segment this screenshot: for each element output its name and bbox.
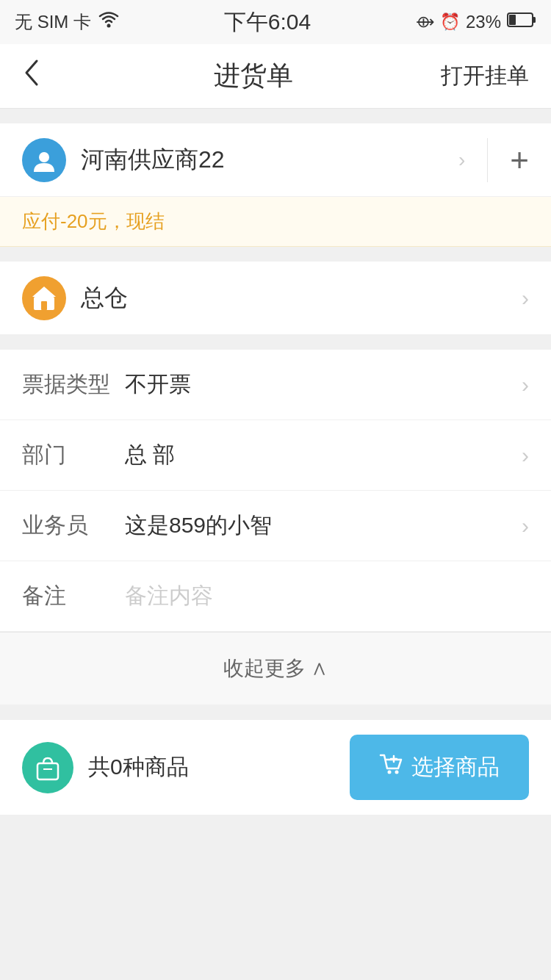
- section-divider-1: [0, 109, 551, 123]
- supplier-avatar: [22, 138, 66, 182]
- svg-rect-2: [533, 17, 536, 23]
- section-divider-3: [0, 335, 551, 350]
- invoice-type-row[interactable]: 票据类型 不开票 ›: [0, 350, 551, 420]
- invoice-type-label: 票据类型: [22, 370, 118, 400]
- status-time: 下午6:04: [224, 7, 311, 37]
- department-row[interactable]: 部门 总 部 ›: [0, 420, 551, 491]
- status-right: ⟴ ⏰ 23%: [416, 12, 536, 32]
- warehouse-section[interactable]: 总仓 ›: [0, 262, 551, 335]
- battery-icon: [507, 12, 536, 32]
- remark-value[interactable]: 备注内容: [118, 581, 529, 611]
- salesperson-row[interactable]: 业务员 这是859的小智 ›: [0, 491, 551, 561]
- select-product-button[interactable]: 选择商品: [350, 735, 529, 800]
- section-divider-2: [0, 247, 551, 262]
- salesperson-value: 这是859的小智: [118, 511, 522, 541]
- status-left: 无 SIM 卡: [15, 10, 119, 34]
- cart-icon: [379, 754, 404, 781]
- section-divider-4: [0, 705, 551, 719]
- warehouse-arrow-icon: ›: [522, 286, 529, 311]
- wifi-icon: [98, 12, 119, 32]
- supplier-divider: [487, 138, 488, 182]
- warehouse-name: 总仓: [81, 282, 522, 314]
- svg-point-10: [388, 771, 392, 774]
- page-title: 进货单: [214, 58, 293, 94]
- back-button[interactable]: [22, 58, 66, 94]
- svg-point-11: [395, 771, 399, 774]
- department-arrow: ›: [522, 443, 529, 468]
- info-banner-text: 应付-20元，现结: [22, 210, 165, 232]
- lower-gray-area: [0, 815, 551, 980]
- department-value: 总 部: [118, 440, 522, 470]
- supplier-arrow-icon: ›: [458, 148, 465, 172]
- form-section: 票据类型 不开票 › 部门 总 部 › 业务员 这是859的小智 › 备注 备注…: [0, 350, 551, 632]
- remark-label: 备注: [22, 581, 118, 611]
- select-product-label: 选择商品: [411, 752, 500, 782]
- collapse-button[interactable]: 收起更多 ∧: [0, 632, 551, 705]
- department-label: 部门: [22, 440, 118, 470]
- product-count: 共0种商品: [88, 752, 350, 782]
- info-banner: 应付-20元，现结: [0, 197, 551, 247]
- warehouse-icon: [22, 276, 66, 320]
- invoice-type-value: 不开票: [118, 370, 522, 400]
- svg-rect-7: [41, 301, 47, 310]
- remark-row[interactable]: 备注 备注内容: [0, 561, 551, 632]
- open-pending-button[interactable]: 打开挂单: [441, 61, 529, 91]
- svg-point-0: [107, 24, 111, 28]
- salesperson-arrow: ›: [522, 514, 529, 538]
- salesperson-label: 业务员: [22, 511, 118, 541]
- alarm-icon: ⏰: [440, 12, 460, 32]
- svg-point-4: [39, 152, 49, 162]
- nav-bar: 进货单 打开挂单: [0, 44, 551, 109]
- carrier-text: 无 SIM 卡: [15, 10, 91, 34]
- status-bar: 无 SIM 卡 下午6:04 ⟴ ⏰ 23%: [0, 0, 551, 44]
- add-supplier-button[interactable]: +: [510, 142, 529, 179]
- svg-marker-6: [32, 287, 56, 297]
- battery-text: 23%: [466, 12, 501, 32]
- svg-rect-3: [509, 15, 516, 25]
- bottom-bar: 共0种商品 选择商品: [0, 719, 551, 815]
- svg-rect-8: [37, 763, 58, 779]
- supplier-name[interactable]: 河南供应商22: [81, 144, 458, 176]
- product-icon: [22, 742, 73, 793]
- supplier-section: 河南供应商22 › +: [0, 123, 551, 197]
- location-icon: ⟴: [416, 12, 434, 32]
- invoice-type-arrow: ›: [522, 372, 529, 397]
